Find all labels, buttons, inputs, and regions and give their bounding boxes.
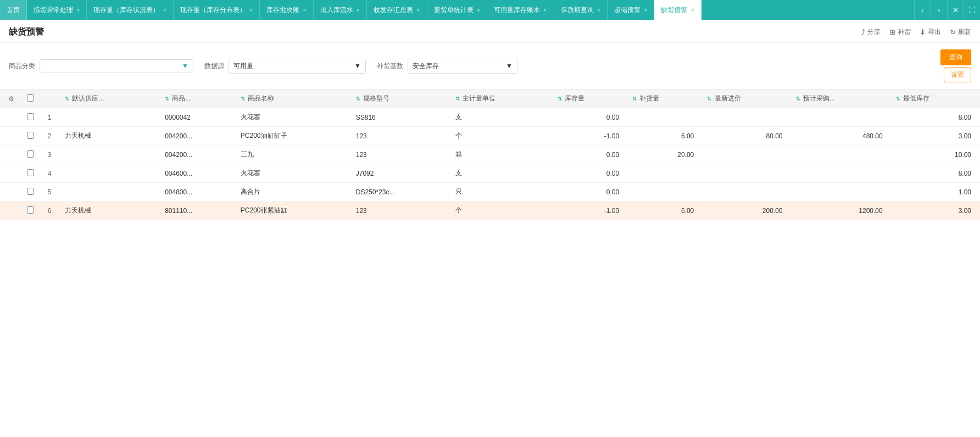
base-label: 补货基数 <box>377 61 403 71</box>
price-sort-icon: ⇅ <box>707 96 711 102</box>
row-checkbox-cell <box>22 108 38 127</box>
row-seq: 3 <box>38 145 60 164</box>
nav-tab-4[interactable]: 库存批次账× <box>260 0 313 20</box>
row-latest-price <box>703 183 791 201</box>
datasource-arrow-icon: ▼ <box>354 62 361 70</box>
row-product-code: 004800... <box>160 183 236 201</box>
row-seq: 4 <box>38 164 60 183</box>
tab-close-icon[interactable]: × <box>597 7 600 13</box>
col-unit: ⇅ 主计量单位 <box>451 89 553 108</box>
tab-label: 可用量库存账本 <box>494 5 540 15</box>
tab-label: 现存量（库存状况表） <box>93 5 159 15</box>
col-product-code: ⇅ 商品... <box>160 89 236 108</box>
tab-close-icon[interactable]: × <box>644 7 647 13</box>
col-stock-label: 库存量 <box>565 94 584 102</box>
filter-bar: 商品分类 ▼ 数据源 可用量 ▼ 补货基数 安全库存 ▼ 查询 设置 <box>0 43 980 89</box>
tab-close-icon[interactable]: × <box>543 7 547 13</box>
row-spec: DS250*23c... <box>352 183 451 201</box>
row-min-stock: 1.00 <box>892 183 980 201</box>
category-label: 商品分类 <box>9 61 35 71</box>
col-unit-label: 主计量单位 <box>463 94 495 102</box>
table-header: ⚙ ⇅ 默认供应... ⇅ 商品... ⇅ <box>0 89 980 108</box>
base-select[interactable]: 安全库存 ▼ <box>408 59 517 74</box>
tab-close-icon[interactable]: × <box>303 7 306 13</box>
row-product-name: PC200张紧油缸 <box>236 201 352 220</box>
tab-prev-btn[interactable]: ‹ <box>914 0 931 20</box>
col-stock-qty: ⇅ 库存量 <box>553 89 628 108</box>
tab-next-btn[interactable]: › <box>931 0 947 20</box>
nav-tab-11[interactable]: 缺货预警× <box>654 0 701 20</box>
row-checkbox-cell <box>22 145 38 164</box>
col-replenish-label: 补货量 <box>639 94 659 102</box>
row-product-name: 离合片 <box>236 183 352 201</box>
select-all-checkbox[interactable] <box>27 94 34 102</box>
query-button[interactable]: 查询 <box>940 49 971 65</box>
row-min-stock: 8.00 <box>892 108 980 127</box>
unit-sort-icon: ⇅ <box>455 96 460 102</box>
refresh-btn[interactable]: ↻ 刷新 <box>950 27 971 37</box>
nav-tab-5[interactable]: 出入库流水× <box>314 0 367 20</box>
tab-close-icon[interactable]: × <box>76 7 80 13</box>
nav-tab-3[interactable]: 现存量（库存分布表）× <box>174 0 260 20</box>
table-body: 1 0000042 火花塞 SS816 支 0.00 8.00 2 力天机械 0… <box>0 108 980 220</box>
nav-tab-2[interactable]: 现存量（库存状况表）× <box>87 0 173 20</box>
nav-tab-0[interactable]: 首页 <box>0 0 27 20</box>
row-action-cell <box>0 201 22 220</box>
row-unit: 支 <box>451 108 553 127</box>
replenish-btn[interactable]: ⊞ 补货 <box>889 27 911 37</box>
row-action-cell <box>0 108 22 127</box>
row-estimated-purchase <box>792 108 892 127</box>
tab-close-icon[interactable]: × <box>691 7 694 13</box>
tab-label: 现存量（库存分布表） <box>180 5 246 15</box>
row-stock-qty: 0.00 <box>553 164 628 183</box>
export-btn[interactable]: ⬇ 导出 <box>920 27 941 37</box>
row-replenish-qty: 6.00 <box>628 127 703 145</box>
refresh-label: 刷新 <box>958 27 971 37</box>
row-checkbox[interactable] <box>27 150 34 158</box>
datasource-select[interactable]: 可用量 ▼ <box>229 59 366 74</box>
settings-button[interactable]: 设置 <box>944 68 971 82</box>
nav-tab-8[interactable]: 可用量库存账本× <box>487 0 554 20</box>
row-product-code: 004600... <box>160 164 236 183</box>
name-sort-icon: ⇅ <box>241 96 245 102</box>
replenish-icon: ⊞ <box>889 28 895 36</box>
tab-maximize-btn[interactable]: ⛶ <box>964 0 980 20</box>
tab-close-icon[interactable]: × <box>163 7 166 13</box>
nav-tab-10[interactable]: 超储预警× <box>608 0 654 20</box>
tab-close-icon[interactable]: × <box>416 7 420 13</box>
table-container: ⚙ ⇅ 默认供应... ⇅ 商品... ⇅ <box>0 89 980 220</box>
row-product-code: 004200... <box>160 145 236 164</box>
row-action-cell <box>0 183 22 201</box>
nav-tab-9[interactable]: 保质期查询× <box>554 0 608 20</box>
base-arrow-icon: ▼ <box>506 62 513 70</box>
row-estimated-purchase <box>792 164 892 183</box>
tab-close-icon[interactable]: × <box>249 7 253 13</box>
row-stock-qty: 0.00 <box>553 108 628 127</box>
col-spec: ⇅ 规格型号 <box>352 89 451 108</box>
row-checkbox[interactable] <box>27 169 34 176</box>
share-btn[interactable]: ⤴ 分享 <box>861 27 881 37</box>
tab-label: 首页 <box>7 5 20 15</box>
nav-tab-6[interactable]: 收发存汇总表× <box>367 0 427 20</box>
row-checkbox[interactable] <box>27 113 34 120</box>
share-icon: ⤴ <box>861 28 865 36</box>
row-checkbox[interactable] <box>27 206 34 214</box>
row-action-cell <box>0 145 22 164</box>
row-checkbox[interactable] <box>27 132 34 139</box>
row-supplier <box>60 108 160 127</box>
gear-icon[interactable]: ⚙ <box>8 95 14 103</box>
category-select[interactable]: ▼ <box>40 59 193 72</box>
row-spec: 123 <box>352 145 451 164</box>
tab-close-icon[interactable]: × <box>357 7 360 13</box>
row-min-stock: 3.00 <box>892 201 980 220</box>
nav-tab-7[interactable]: 要货单统计表× <box>427 0 487 20</box>
export-icon: ⬇ <box>920 28 926 36</box>
top-nav: 首页拣货异常处理×现存量（库存状况表）×现存量（库存分布表）×库存批次账×出入库… <box>0 0 980 20</box>
row-spec: 123 <box>352 201 451 220</box>
tab-label: 缺货预警 <box>661 5 687 15</box>
tab-close-icon[interactable]: × <box>477 7 480 13</box>
tab-close-all-btn[interactable]: ✕ <box>947 0 964 20</box>
row-checkbox[interactable] <box>27 188 34 195</box>
nav-tab-1[interactable]: 拣货异常处理× <box>27 0 87 20</box>
table-row: 1 0000042 火花塞 SS816 支 0.00 8.00 <box>0 108 980 127</box>
